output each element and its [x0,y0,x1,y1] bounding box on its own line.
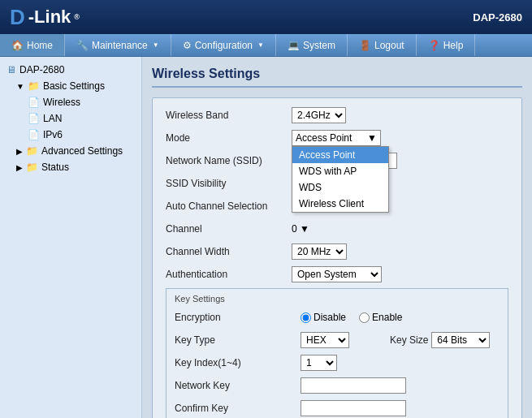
sidebar-item-status[interactable]: ▶ 📁 Status [0,159,141,175]
nav-help-label: Help [443,40,464,51]
mode-option-wireless-client[interactable]: Wireless Client [292,196,388,212]
confirm-key-label: Confirm Key [175,403,301,414]
folder-icon: 📁 [28,80,40,92]
nav-system[interactable]: 💻 System [276,34,348,56]
logo-d: D [10,5,25,30]
authentication-select[interactable]: Open System WPA-Personal WPA2-Personal [292,266,382,282]
mode-option-wds-ap[interactable]: WDS with AP [292,163,388,179]
channel-width-label: Channel Width [166,246,292,257]
mode-select-display[interactable]: Access Point ▼ [292,130,381,146]
home-icon: 🏠 [11,40,24,51]
key-size-label: Key Size [390,334,428,346]
nav-maintenance[interactable]: 🔧 Maintenance ▼ [65,34,171,56]
mode-option-accesspoint[interactable]: Access Point [292,147,388,163]
navbar: 🏠 Home 🔧 Maintenance ▼ ⚙ Configuration ▼… [0,34,532,57]
sidebar-advanced-settings-label: Advanced Settings [41,145,123,157]
nav-configuration[interactable]: ⚙ Configuration ▼ [171,34,276,56]
mode-dropdown: Access Point WDS with AP WDS Wireless Cl… [292,146,389,213]
encryption-row: Encryption Disable Enable [175,308,500,326]
computer-icon: 🖥 [6,64,16,75]
key-settings-section: Key Settings Encryption Disable Enable [166,288,508,418]
network-name-label: Network Name (SSID) [166,155,292,166]
encryption-radio-group: Disable Enable [301,312,402,323]
network-key-row: Network Key [175,377,500,394]
wireless-settings-form: Wireless Band 2.4GHz 5GHz Mode Access Po… [152,97,522,418]
key-type-row: Key Type HEX ASCII Key Size 64 Bits 128 … [175,331,500,349]
page-icon-lan: 📄 [28,113,40,124]
auto-channel-label: Auto Channel Selection [166,200,292,212]
encryption-disable-text: Disable [314,312,346,323]
help-icon: ❓ [428,40,440,51]
encryption-enable-text: Enable [372,312,402,323]
system-icon: 💻 [288,40,300,51]
sidebar-item-basic-settings[interactable]: ▼ 📁 Basic Settings [0,78,141,94]
nav-home[interactable]: 🏠 Home [0,34,65,56]
sidebar-ipv6-label: IPv6 [43,129,63,140]
sidebar-item-ipv6[interactable]: 📄 IPv6 [0,127,141,143]
logout-icon: 🚪 [359,40,371,51]
nav-help[interactable]: ❓ Help [417,34,476,56]
maintenance-icon: 🔧 [76,40,89,51]
wireless-band-label: Wireless Band [166,110,292,121]
configuration-icon: ⚙ [183,40,192,51]
ssid-visibility-label: SSID Visibility [166,178,292,189]
confirm-key-input[interactable] [301,400,406,416]
sidebar-item-advanced-settings[interactable]: ▶ 📁 Advanced Settings [0,143,141,159]
nav-logout[interactable]: 🚪 Logout [348,34,417,56]
sidebar-dap-label: DAP-2680 [19,64,64,75]
encryption-label: Encryption [175,312,301,323]
logo-link: -Link [28,6,71,28]
key-settings-title: Key Settings [175,294,500,304]
nav-maintenance-label: Maintenance [92,40,148,51]
sidebar-item-dap[interactable]: 🖥 DAP-2680 [0,62,141,78]
mode-dropdown-arrow: ▼ [367,132,377,144]
sidebar-item-wireless[interactable]: 📄 Wireless [0,94,141,110]
sidebar-item-lan[interactable]: 📄 LAN [0,110,141,127]
sidebar: 🖥 DAP-2680 ▼ 📁 Basic Settings 📄 Wireless… [0,57,142,418]
mode-select-container: Access Point ▼ Access Point WDS with AP … [292,130,381,146]
key-type-label: Key Type [175,334,301,346]
main-layout: 🖥 DAP-2680 ▼ 📁 Basic Settings 📄 Wireless… [0,57,532,418]
key-index-label: Key Index(1~4) [175,357,301,368]
expand-icon: ▼ [16,82,24,91]
confirm-key-row: Confirm Key [175,399,500,417]
nav-logout-label: Logout [374,40,404,51]
nav-configuration-label: Configuration [195,40,253,51]
authentication-label: Authentication [166,269,292,280]
wireless-band-select[interactable]: 2.4GHz 5GHz [292,107,346,123]
expand-icon-status: ▶ [16,163,23,172]
channel-width-row: Channel Width 20 MHz 40 MHz [166,243,508,261]
nav-home-label: Home [27,40,53,51]
sidebar-status-label: Status [41,162,69,173]
channel-width-select[interactable]: 20 MHz 40 MHz [292,243,347,260]
network-key-input[interactable] [301,377,406,394]
configuration-arrow-icon: ▼ [257,41,264,49]
maintenance-arrow-icon: ▼ [153,41,159,49]
sidebar-basic-settings-label: Basic Settings [43,80,105,92]
folder-icon-advanced: 📁 [26,145,38,157]
mode-selected-value: Access Point [296,132,352,144]
encryption-disable-radio[interactable] [301,312,311,323]
mode-option-wds[interactable]: WDS [292,179,388,196]
sidebar-lan-label: LAN [43,113,62,124]
authentication-row: Authentication Open System WPA-Personal … [166,265,508,283]
key-type-select[interactable]: HEX ASCII [301,332,349,348]
page-title: Wireless Settings [152,67,522,88]
header: D-Link® DAP-2680 [0,0,532,34]
page-icon-wireless: 📄 [28,97,40,108]
network-key-label: Network Key [175,380,301,391]
device-name: DAP-2680 [473,11,522,24]
key-size-select[interactable]: 64 Bits 128 Bits [431,332,490,348]
key-index-select[interactable]: 1 2 3 4 [301,355,337,371]
folder-icon-status: 📁 [26,162,38,173]
channel-label: Channel [166,223,292,235]
channel-row: Channel 0 ▼ [166,220,508,238]
encryption-enable-label[interactable]: Enable [359,312,402,323]
key-index-row: Key Index(1~4) 1 2 3 4 [175,354,500,372]
encryption-disable-label[interactable]: Disable [301,312,346,323]
wireless-band-row: Wireless Band 2.4GHz 5GHz [166,106,508,124]
page-icon-ipv6: 📄 [28,129,40,140]
sidebar-wireless-label: Wireless [43,97,80,108]
encryption-enable-radio[interactable] [359,312,370,323]
logo-tm: ® [74,13,80,21]
